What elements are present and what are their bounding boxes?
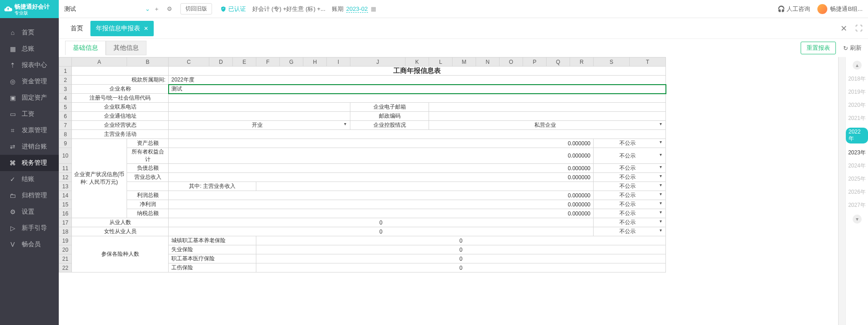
year-down-icon[interactable]: ▾ [853, 215, 862, 224]
year-2027年[interactable]: 2027年 [848, 201, 866, 209]
ins3-label[interactable]: 职工基本医疗保险 [169, 254, 256, 263]
year-2022年[interactable]: 2022年 [846, 128, 868, 143]
r9-pub[interactable]: 不公示 [594, 139, 666, 148]
email-value[interactable] [429, 103, 666, 112]
subtab-other[interactable]: 其他信息 [106, 41, 146, 55]
addr-value[interactable] [169, 112, 350, 121]
col-header-K[interactable]: K [406, 57, 429, 67]
row-header-13[interactable]: 13 [59, 182, 72, 191]
col-header-E[interactable]: E [233, 57, 256, 67]
row-header-7[interactable]: 7 [59, 121, 72, 130]
col-header-Q[interactable]: Q [547, 57, 570, 67]
tax-period-label[interactable]: 税款所属期间: [72, 76, 169, 85]
sidebar-item-2[interactable]: ⇡报表中心 [0, 57, 59, 73]
spreadsheet[interactable]: ABCDEFGHIJKLMNOPQRST1工商年报信息表2税款所属期间:2022… [59, 57, 838, 325]
corner-cell[interactable] [59, 57, 72, 67]
row-header-1[interactable]: 1 [59, 67, 72, 76]
col-header-T[interactable]: T [630, 57, 666, 67]
female-pub[interactable]: 不公示 [594, 227, 666, 236]
company-label[interactable]: 企业名称 [72, 85, 169, 94]
row-header-21[interactable]: 21 [59, 254, 72, 263]
sidebar-item-4[interactable]: ▣固定资产 [0, 90, 59, 106]
year-2018年[interactable]: 2018年 [848, 75, 866, 83]
sidebar-item-3[interactable]: ◎资金管理 [0, 73, 59, 90]
support-button[interactable]: 🎧 人工咨询 [778, 5, 810, 13]
r11-pub[interactable]: 不公示 [594, 164, 666, 173]
row-header-14[interactable]: 14 [59, 191, 72, 200]
phone-label[interactable]: 企业联系电话 [72, 103, 169, 112]
refresh-button[interactable]: ↻ 刷新 [843, 44, 862, 52]
col-header-G[interactable]: G [280, 57, 303, 67]
r13-val[interactable] [256, 182, 594, 191]
r10-val[interactable]: 0.000000 [169, 148, 594, 164]
col-header-C[interactable]: C [169, 57, 209, 67]
r9-val[interactable]: 0.000000 [169, 139, 594, 148]
col-header-B[interactable]: B [127, 57, 169, 67]
r13-sub[interactable]: 其中: 主营业务收入 [169, 182, 256, 191]
col-header-O[interactable]: O [500, 57, 523, 67]
r9-label[interactable]: 资产总额 [127, 139, 169, 148]
ins2-label[interactable]: 失业保险 [169, 245, 256, 254]
sidebar-item-13[interactable]: V畅会员 [0, 236, 59, 253]
r14-label[interactable]: 利润总额 [127, 191, 169, 200]
subtab-basic[interactable]: 基础信息 [65, 41, 106, 55]
row-header-3[interactable]: 3 [59, 85, 72, 94]
postcode-label[interactable]: 邮政编码 [350, 112, 429, 121]
row-header-11[interactable]: 11 [59, 164, 72, 173]
year-2019年[interactable]: 2019年 [848, 88, 866, 96]
company-selector[interactable]: 测试 ⌄ [64, 5, 150, 13]
status-label[interactable]: 企业经营状态 [72, 121, 169, 130]
sidebar-item-9[interactable]: ✓结账 [0, 171, 59, 187]
expand-icon[interactable]: ⛶ [855, 24, 868, 33]
holding-value[interactable]: 私营企业 [429, 121, 666, 130]
sidebar-item-6[interactable]: ⌗发票管理 [0, 122, 59, 139]
emp-val[interactable]: 0 [169, 218, 594, 227]
tab-home[interactable]: 首页 [63, 24, 90, 33]
year-2020年[interactable]: 2020年 [848, 101, 866, 109]
year-2025年[interactable]: 2025年 [848, 175, 866, 183]
email-label[interactable]: 企业电子邮箱 [350, 103, 429, 112]
ins4-label[interactable]: 工伤保险 [169, 263, 256, 272]
col-header-D[interactable]: D [209, 57, 233, 67]
company-value-cell[interactable]: 测试 [169, 85, 666, 94]
year-up-icon[interactable]: ▴ [853, 61, 862, 70]
row-header-19[interactable]: 19 [59, 236, 72, 245]
row-header-12[interactable]: 12 [59, 173, 72, 182]
row-header-8[interactable]: 8 [59, 130, 72, 139]
r10-label[interactable]: 所有者权益合计 [127, 148, 169, 164]
avatar[interactable] [817, 4, 827, 14]
sidebar-item-10[interactable]: 🗀归档管理 [0, 187, 59, 204]
r13-pub[interactable]: 不公示 [594, 182, 666, 191]
mainbiz-value[interactable] [169, 130, 666, 139]
brand-logo[interactable]: 畅捷通好会计 专业版 [0, 0, 59, 18]
row-header-2[interactable]: 2 [59, 76, 72, 85]
r15-label[interactable]: 净利润 [127, 200, 169, 209]
r10-pub[interactable]: 不公示 [594, 148, 666, 164]
status-value[interactable]: 开业 [169, 121, 350, 130]
row-header-16[interactable]: 16 [59, 209, 72, 218]
year-2024年[interactable]: 2024年 [848, 162, 866, 170]
col-header-I[interactable]: I [327, 57, 350, 67]
female-val[interactable]: 0 [169, 227, 594, 236]
ins1-label[interactable]: 城镇职工基本养老保险 [169, 236, 256, 245]
r15-pub[interactable]: 不公示 [594, 200, 666, 209]
r12-pub[interactable]: 不公示 [594, 173, 666, 182]
sidebar-item-1[interactable]: ▦总账 [0, 41, 59, 57]
r15-val[interactable]: 0.000000 [169, 200, 594, 209]
row-header-4[interactable]: 4 [59, 94, 72, 103]
col-header-P[interactable]: P [523, 57, 547, 67]
add-icon[interactable]: ＋ [154, 5, 160, 13]
mainbiz-label[interactable]: 主营业务活动 [72, 130, 169, 139]
r12-val[interactable]: 0.000000 [169, 173, 594, 182]
col-header-A[interactable]: A [72, 57, 127, 67]
sidebar-item-11[interactable]: ⚙设置 [0, 204, 59, 220]
close-all-icon[interactable]: ✕ [832, 24, 855, 33]
sidebar-item-12[interactable]: ▷新手引导 [0, 220, 59, 236]
sheet-title[interactable]: 工商年报信息表 [169, 67, 666, 76]
r16-label[interactable]: 纳税总额 [127, 209, 169, 218]
r11-val[interactable]: 0.000000 [169, 164, 594, 173]
reg-label[interactable]: 注册号/统一社会信用代码 [72, 94, 169, 103]
r14-val[interactable]: 0.000000 [169, 191, 594, 200]
reg-value[interactable] [169, 94, 666, 103]
female-label[interactable]: 女性从业人员 [72, 227, 169, 236]
